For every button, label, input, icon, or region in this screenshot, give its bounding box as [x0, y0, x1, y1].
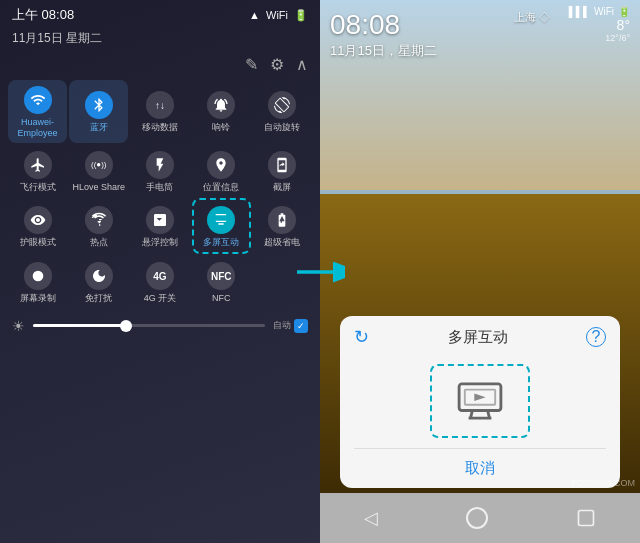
left-time: 上午 08:08 [12, 6, 74, 24]
battery-icon: 🔋 [294, 9, 308, 22]
transition-arrow [295, 252, 345, 292]
flashlight-tile-label: 手电筒 [146, 182, 173, 193]
dnd-tile-icon [85, 262, 113, 290]
screenrecord-tile-label: 屏幕录制 [20, 293, 56, 304]
location-label: 上海 ◇ [514, 10, 550, 25]
auto-check[interactable]: ✓ [294, 319, 308, 333]
tile-battery-saver[interactable]: 超级省电 [253, 198, 312, 254]
dialog-refresh-icon[interactable]: ↻ [354, 326, 369, 348]
weather-range: 12°/6° [605, 33, 630, 43]
tile-airplane[interactable]: 飞行模式 [8, 145, 67, 197]
nfc-tile-icon: NFC [207, 262, 235, 290]
float-tile-label: 悬浮控制 [142, 237, 178, 248]
tile-float-control[interactable]: 悬浮控制 [130, 198, 189, 254]
eyeprotect-tile-label: 护眼模式 [20, 237, 56, 248]
autorotate-tile-label: 自动旋转 [264, 122, 300, 133]
tile-eyeprotect[interactable]: 护眼模式 [8, 198, 67, 254]
right-status-bar: 08:08 ▌▌▌ WiFi 🔋 8° 12°/6° [320, 0, 640, 47]
tile-dnd[interactable]: 免打扰 [69, 256, 128, 308]
flashlight-tile-icon [146, 151, 174, 179]
recent-apps-button[interactable] [576, 508, 596, 528]
battery-saver-tile-label: 超级省电 [264, 237, 300, 248]
left-date: 11月15日 星期二 [0, 28, 320, 53]
brightness-icon: ☀ [12, 318, 25, 334]
autorotate-tile-icon [268, 91, 296, 119]
signal-battery-row: ▌▌▌ WiFi 🔋 [569, 6, 630, 17]
svg-rect-13 [579, 511, 594, 526]
tile-autorotate[interactable]: 自动旋转 [253, 80, 312, 143]
notification-shade: 上午 08:08 ▲ WiFi 🔋 11月15日 星期二 ✎ ⚙ ∧ Huawe… [0, 0, 320, 543]
airplane-tile-icon [24, 151, 52, 179]
tile-location[interactable]: 位置信息 [192, 145, 251, 197]
right-date: 11月15日，星期二 [330, 42, 437, 60]
hotspot-tile-icon [85, 206, 113, 234]
multiscreen-dialog: ↻ 多屏互动 ? 取消 [340, 316, 620, 488]
collapse-icon[interactable]: ∧ [296, 55, 308, 74]
multiscreen-tile-label: 多屏互动 [203, 237, 239, 248]
wifi-tile-icon [24, 86, 52, 114]
monitor-svg-icon [456, 382, 504, 420]
right-battery-icon: 🔋 [618, 6, 630, 17]
temperature: 8° [617, 17, 630, 33]
right-time: 08:08 [330, 9, 400, 41]
mobile-tile-label: 移动数据 [142, 122, 178, 133]
wifi-tile-label: Huawei-Employee [18, 117, 58, 139]
4g-tile-icon: 4G [146, 262, 174, 290]
svg-point-0 [32, 271, 43, 282]
multiscreen-tile-icon [207, 206, 235, 234]
bottom-navigation: ◁ [320, 493, 640, 543]
dialog-help-icon[interactable]: ? [586, 327, 606, 347]
hlove-tile-label: HLove Share [73, 182, 126, 193]
eyeprotect-tile-icon [24, 206, 52, 234]
signal-bars: ▌▌▌ [569, 6, 590, 17]
tile-hlove[interactable]: ((●)) HLove Share [69, 145, 128, 197]
tile-4g[interactable]: 4G 4G 开关 [130, 256, 189, 308]
multiscreen-monitor-tile[interactable] [430, 364, 530, 438]
left-status-icons: ▲ WiFi 🔋 [249, 9, 308, 22]
dialog-header: ↻ 多屏互动 ? [340, 316, 620, 354]
tile-wifi[interactable]: Huawei-Employee [8, 80, 67, 143]
4g-tile-label: 4G 开关 [144, 293, 177, 304]
home-button[interactable] [466, 507, 488, 529]
tile-ringtone[interactable]: 响铃 [192, 80, 251, 143]
mobile-tile-icon: ↑↓ [146, 91, 174, 119]
ringtone-tile-icon [207, 91, 235, 119]
tile-nfc[interactable]: NFC NFC [192, 256, 251, 308]
nfc-tile-label: NFC [212, 293, 231, 304]
airplane-tile-label: 飞行模式 [20, 182, 56, 193]
dialog-content [340, 354, 620, 448]
tile-bluetooth[interactable]: 蓝牙 [69, 80, 128, 143]
tile-hotspot[interactable]: 热点 [69, 198, 128, 254]
brightness-auto-label: 自动 [273, 319, 291, 332]
phone-screen: 08:08 ▌▌▌ WiFi 🔋 8° 12°/6° 上海 ◇ 11月15日，星… [320, 0, 640, 543]
tile-flashlight[interactable]: 手电筒 [130, 145, 189, 197]
battery-saver-tile-icon [268, 206, 296, 234]
signal-icon: ▲ [249, 9, 260, 21]
quick-tiles-grid: Huawei-Employee 蓝牙 ↑↓ 移动数据 响铃 自动旋转 [0, 76, 320, 312]
settings-icon[interactable]: ⚙ [270, 55, 284, 74]
brightness-slider[interactable] [33, 324, 265, 327]
dnd-tile-label: 免打扰 [85, 293, 112, 304]
weather-display: 8° [617, 17, 630, 33]
tile-screen-record[interactable]: 屏幕录制 [8, 256, 67, 308]
screenshot-tile-icon [268, 151, 296, 179]
location-tile-icon [207, 151, 235, 179]
edit-icon[interactable]: ✎ [245, 55, 258, 74]
screenshot-tile-label: 截屏 [273, 182, 291, 193]
left-status-bar: 上午 08:08 ▲ WiFi 🔋 [0, 0, 320, 28]
bluetooth-tile-icon [85, 91, 113, 119]
watermark: TOOYIXG.COM [571, 478, 635, 488]
brightness-row: ☀ 自动 ✓ [0, 312, 320, 340]
tile-mobile-data[interactable]: ↑↓ 移动数据 [130, 80, 189, 143]
float-tile-icon [146, 206, 174, 234]
tile-screenshot[interactable]: 截屏 [253, 145, 312, 197]
brightness-auto: 自动 ✓ [273, 319, 308, 333]
hlove-tile-icon: ((●)) [85, 151, 113, 179]
back-button[interactable]: ◁ [364, 507, 378, 529]
screenrecord-tile-icon [24, 262, 52, 290]
tile-multiscreen[interactable]: 多屏互动 [192, 198, 251, 254]
wifi-icon: WiFi [266, 9, 288, 21]
bluetooth-tile-label: 蓝牙 [90, 122, 108, 133]
hotspot-tile-label: 热点 [90, 237, 108, 248]
dialog-title: 多屏互动 [369, 328, 586, 347]
